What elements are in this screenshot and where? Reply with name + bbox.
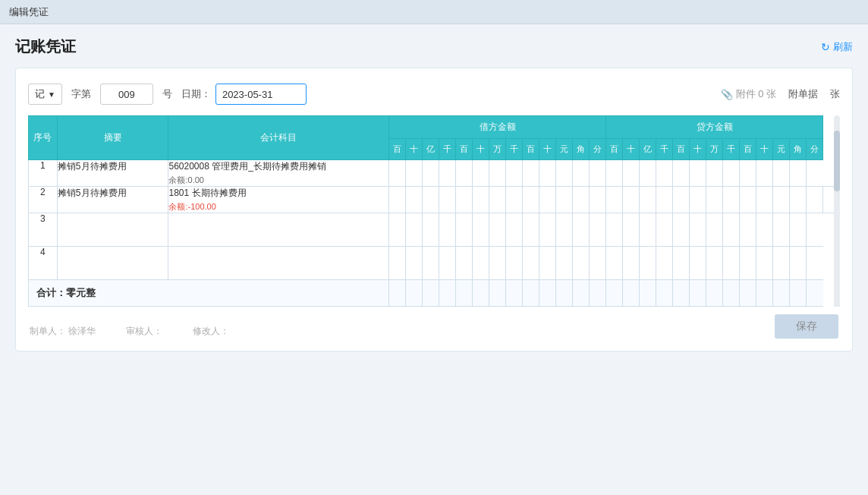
seq-header: 序号 — [29, 116, 58, 160]
table-row: 4 — [29, 247, 841, 280]
creator-label-text: 制单人： — [30, 326, 66, 336]
total-row: 合计：零元整 — [29, 280, 841, 307]
account-cell[interactable]: 1801 长期待摊费用 余额:-100.00 — [168, 187, 389, 213]
debit-d11[interactable] — [556, 160, 573, 187]
balance-negative-text: 余额:-100.00 — [168, 201, 388, 213]
refresh-label: 刷新 — [833, 40, 853, 54]
debit-d2[interactable] — [406, 160, 423, 187]
account-cell[interactable]: 56020008 管理费用_长期待摊费用摊销 余额:0.00 — [168, 160, 389, 187]
debit-digit-yi: 亿 — [423, 139, 439, 160]
zi-label: 字第 — [71, 87, 91, 101]
debit-d1[interactable] — [389, 160, 406, 187]
summary-cell[interactable]: 摊销5月待摊费用 — [57, 187, 168, 213]
date-item: 日期： — [181, 84, 307, 105]
modifier-label: 修改人： — [193, 325, 229, 338]
creator-label: 制单人： 徐泽华 — [30, 325, 96, 338]
window-title: 编辑凭证 — [9, 5, 49, 19]
seq-cell: 4 — [29, 247, 58, 280]
date-input[interactable] — [215, 84, 307, 105]
debit-digit-bai2: 百 — [456, 139, 473, 160]
debit-digit-wan: 万 — [489, 139, 506, 160]
creator-name: 徐泽华 — [68, 326, 96, 336]
right-actions: 📎 附件 0 张 附单据 张 — [721, 87, 840, 101]
save-button[interactable]: 保存 — [775, 314, 838, 339]
account-cell[interactable] — [168, 247, 389, 280]
debit-digit-bai3: 百 — [523, 139, 539, 160]
debit-d9[interactable] — [523, 160, 539, 187]
debit-d8[interactable] — [506, 160, 523, 187]
debit-digit-qian2: 千 — [506, 139, 523, 160]
scrollbar-track[interactable] — [834, 115, 840, 307]
credit-digit-wan: 万 — [706, 139, 723, 160]
total-label: 合计：零元整 — [29, 280, 389, 307]
credit-digit-fen: 分 — [807, 139, 823, 160]
table-row: 2 摊销5月待摊费用 1801 长期待摊费用 余额:-100.00 — [29, 187, 841, 213]
footer-area: 制单人： 徐泽华 审核人： 修改人： 保存 — [28, 314, 840, 339]
credit-digit-shi2: 十 — [690, 139, 706, 160]
summary-cell[interactable] — [57, 247, 168, 280]
seq-cell: 3 — [29, 213, 58, 247]
debit-d12[interactable] — [573, 160, 590, 187]
credit-d7[interactable] — [706, 160, 723, 187]
voucher-table: 序号 摘要 会计科目 借方金额 贷方金额 百 十 亿 千 百 — [28, 115, 840, 307]
credit-d5[interactable] — [673, 160, 690, 187]
credit-digit-shi3: 十 — [756, 139, 773, 160]
chevron-down-icon: ▼ — [48, 90, 55, 99]
credit-d9[interactable] — [740, 160, 756, 187]
summary-header: 摘要 — [57, 116, 168, 160]
table-row: 3 — [29, 213, 841, 247]
footer-info: 制单人： 徐泽华 审核人： 修改人： — [30, 325, 229, 338]
seq-cell: 1 — [29, 160, 58, 187]
zhang-label: 张 — [830, 87, 840, 101]
credit-digit-qian1: 千 — [656, 139, 673, 160]
credit-d13[interactable] — [807, 160, 823, 187]
credit-d2[interactable] — [623, 160, 640, 187]
type-item: 记 ▼ — [28, 84, 62, 105]
attachment-label: 附件 0 张 — [736, 87, 776, 101]
title-bar: 编辑凭证 — [0, 0, 868, 24]
attachment-link[interactable]: 📎 附件 0 张 — [721, 87, 776, 101]
seq-cell: 2 — [29, 187, 58, 213]
credit-digit-bai1: 百 — [606, 139, 623, 160]
debit-digit-shi1: 十 — [406, 139, 423, 160]
form-row: 记 ▼ 字第 号 日期： — [28, 84, 840, 105]
account-cell[interactable] — [168, 213, 389, 247]
hao-label: 号 — [162, 87, 172, 101]
debit-d7[interactable] — [489, 160, 506, 187]
debit-header: 借方金额 — [389, 116, 606, 139]
summary-cell[interactable] — [57, 213, 168, 247]
debit-d4[interactable] — [439, 160, 456, 187]
credit-d6[interactable] — [690, 160, 706, 187]
credit-digit-yuan: 元 — [773, 139, 790, 160]
summary-cell[interactable]: 摊销5月待摊费用 — [57, 160, 168, 187]
credit-d10[interactable] — [756, 160, 773, 187]
content-area: 记账凭证 ↻ 刷新 记 ▼ 字第 — [0, 24, 868, 495]
table-row: 1 摊销5月待摊费用 56020008 管理费用_长期待摊费用摊销 余额:0.0… — [29, 160, 841, 187]
credit-d11[interactable] — [773, 160, 790, 187]
debit-d5[interactable] — [456, 160, 473, 187]
debit-digit-qian1: 千 — [439, 139, 456, 160]
reviewer-label: 审核人： — [126, 325, 162, 338]
attachment-doc[interactable]: 附单据 — [788, 87, 818, 101]
debit-digit-shi3: 十 — [539, 139, 556, 160]
debit-d6[interactable] — [473, 160, 489, 187]
credit-d4[interactable] — [656, 160, 673, 187]
refresh-button[interactable]: ↻ 刷新 — [821, 40, 853, 54]
account-text: 1801 长期待摊费用 — [168, 187, 388, 200]
credit-d8[interactable] — [723, 160, 740, 187]
page-title: 记账凭证 — [15, 36, 76, 57]
type-select-button[interactable]: 记 ▼ — [28, 84, 62, 105]
credit-d12[interactable] — [790, 160, 807, 187]
summary-text: 摊销5月待摊费用 — [58, 187, 168, 200]
debit-d3[interactable] — [423, 160, 439, 187]
credit-header: 贷方金额 — [606, 116, 823, 139]
credit-digit-yi: 亿 — [640, 139, 656, 160]
zi-item: 字第 — [71, 87, 91, 101]
scrollbar-thumb[interactable] — [834, 131, 840, 191]
debit-d13[interactable] — [590, 160, 606, 187]
number-input[interactable] — [100, 84, 153, 105]
debit-d10[interactable] — [539, 160, 556, 187]
credit-d1[interactable] — [606, 160, 623, 187]
credit-digit-shi1: 十 — [623, 139, 640, 160]
credit-d3[interactable] — [640, 160, 656, 187]
